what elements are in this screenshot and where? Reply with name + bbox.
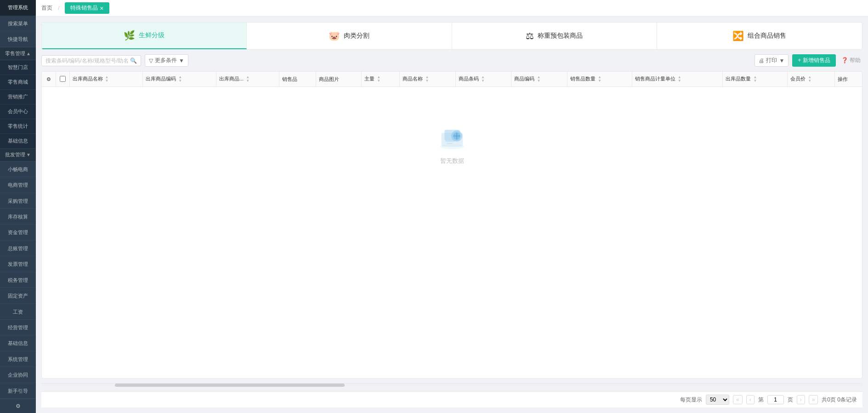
cat-tab-weigh-pack-label: 称重预包装商品 — [538, 32, 583, 40]
sidebar-item-ecommerce-mgmt[interactable]: 电商管理 — [0, 177, 36, 193]
breadcrumb-home[interactable]: 首页 — [41, 4, 52, 12]
tab-close-icon[interactable]: × — [100, 5, 103, 11]
sort-product-code[interactable]: ▲▼ — [537, 75, 541, 83]
sidebar-item-new-guide[interactable]: 新手引导 — [0, 383, 36, 399]
prev-page-button[interactable]: ‹ — [746, 395, 755, 404]
sidebar-item-member-center[interactable]: 会员中心 — [0, 104, 36, 119]
sidebar-item-basic-info[interactable]: 基础信息 — [0, 335, 36, 351]
filter-dropdown-icon: ▼ — [179, 57, 184, 64]
col-out-product-code[interactable]: 出库商品编码 ▲▼ — [143, 72, 216, 87]
svg-rect-6 — [447, 143, 453, 144]
sidebar-item-retail-mgmt[interactable]: 零售管理 ▲ — [0, 47, 36, 60]
scrollbar-thumb[interactable] — [115, 384, 345, 387]
next-page-button[interactable]: › — [797, 395, 805, 404]
col-out-qty[interactable]: 出库品数量 ▲▼ — [723, 72, 788, 87]
sort-sale-qty[interactable]: ▲▼ — [598, 75, 601, 83]
sort-sale-unit[interactable]: ▲▼ — [678, 75, 681, 83]
filter-label: 更多条件 — [155, 57, 177, 64]
content-area: 🌿 生鲜分级 🐷 肉类分割 ⚖ 称重预包装商品 🔀 组合商品销售 🔍 — [36, 17, 868, 413]
horizontal-scrollbar[interactable] — [41, 383, 862, 387]
cat-tab-combo-sale[interactable]: 🔀 组合商品销售 — [657, 23, 862, 49]
last-page-button[interactable]: » — [809, 395, 818, 404]
filter-button[interactable]: ▽ 更多条件 ▼ — [145, 54, 188, 67]
sort-out-product-spec[interactable]: ▲▼ — [246, 75, 250, 83]
search-input[interactable] — [45, 57, 128, 64]
topbar: 首页 / 特殊销售品 × — [36, 0, 868, 17]
col-sale-qty[interactable]: 销售品数量 ▲▼ — [567, 72, 632, 87]
sidebar: 管理系统 搜索菜单 快捷导航 零售管理 ▲ 智慧门店 零售商城 营销推广 会员中… — [0, 0, 36, 413]
sidebar-item-capital-mgmt[interactable]: 资金管理 — [0, 224, 36, 240]
sidebar-item-tax-mgmt[interactable]: 税务管理 — [0, 272, 36, 288]
first-page-button[interactable]: « — [733, 395, 743, 404]
col-checkbox[interactable] — [56, 72, 69, 87]
total-info: 共0页 0条记录 — [822, 396, 857, 404]
cat-tab-fresh-grade[interactable]: 🌿 生鲜分级 — [42, 23, 247, 49]
sidebar-item-smart-store[interactable]: 智慧门店 — [0, 60, 36, 75]
help-button[interactable]: ❓ 帮助 — [840, 55, 862, 66]
page-label-suffix: 页 — [788, 396, 793, 404]
cat-tab-fresh-grade-label: 生鲜分级 — [139, 31, 165, 40]
add-sale-product-button[interactable]: + 新增销售品 — [792, 54, 835, 67]
sidebar-item-batch-mgmt[interactable]: 批发管理 ▼ — [0, 149, 36, 161]
sidebar-item-ops-mgmt[interactable]: 经营管理 — [0, 320, 36, 335]
cat-tab-meat-cut-label: 肉类分割 — [344, 32, 369, 40]
cat-tab-weigh-pack[interactable]: ⚖ 称重预包装商品 — [452, 23, 657, 49]
sidebar-item-quick-nav[interactable]: 快捷导航 — [0, 31, 36, 47]
search-icon[interactable]: 🔍 — [130, 57, 137, 64]
sidebar-item-system-mgmt[interactable]: 系统管理 — [0, 351, 36, 367]
sidebar-item-invoice-mgmt[interactable]: 发票管理 — [0, 256, 36, 272]
sort-out-product-name[interactable]: ▲▼ — [105, 75, 109, 83]
sidebar-item-basic-info-retail[interactable]: 基础信息 — [0, 134, 36, 149]
sidebar-item-search-menu[interactable]: 搜索菜单 — [0, 16, 36, 31]
col-product-barcode[interactable]: 商品条码 ▲▼ — [455, 72, 511, 87]
col-sale-unit[interactable]: 销售商品计量单位 ▲▼ — [632, 72, 723, 87]
weigh-pack-icon: ⚖ — [526, 30, 534, 41]
col-settings[interactable]: ⚙ — [42, 72, 56, 87]
print-label: 打印 — [766, 57, 777, 64]
sort-member-price[interactable]: ▲▼ — [808, 75, 811, 83]
toolbar: 🔍 ▽ 更多条件 ▼ 🖨 打印 ▼ + 新增销售品 ❓ — [41, 54, 862, 67]
col-action: 操作 — [834, 72, 862, 87]
search-box: 🔍 — [41, 55, 141, 66]
col-out-product-spec[interactable]: 出库商品... ▲▼ — [216, 72, 279, 87]
sort-product-name[interactable]: ▲▼ — [425, 75, 429, 83]
sidebar-item-inventory[interactable]: 库存核算 — [0, 209, 36, 224]
sidebar-item-general-ledger[interactable]: 总账管理 — [0, 241, 36, 256]
select-all-checkbox[interactable] — [60, 76, 66, 82]
sort-out-qty[interactable]: ▲▼ — [754, 75, 757, 83]
fresh-grade-icon: 🌿 — [124, 30, 135, 41]
col-main-weight[interactable]: 主量 ▲▼ — [362, 72, 400, 87]
combo-sale-icon: 🔀 — [732, 30, 744, 41]
sort-out-product-code[interactable]: ▲▼ — [178, 75, 182, 83]
col-member-price[interactable]: 会员价 ▲▼ — [788, 72, 834, 87]
sidebar-item-mini-ecommerce[interactable]: 小畅电商 — [0, 161, 36, 177]
col-out-product-name[interactable]: 出库商品名称 ▲▼ — [69, 72, 143, 87]
empty-text: 暂无数据 — [440, 157, 464, 165]
sidebar-item-settings[interactable]: ⚙ — [0, 399, 36, 413]
sort-main-weight[interactable]: ▲▼ — [377, 75, 380, 83]
sidebar-item-purchase-mgmt[interactable]: 采购管理 — [0, 193, 36, 209]
empty-state: 暂无数据 — [42, 87, 862, 202]
sidebar-item-company-agreement[interactable]: 企业协同 — [0, 367, 36, 383]
sidebar-item-retail-stats[interactable]: 零售统计 — [0, 119, 36, 134]
cat-tab-meat-cut[interactable]: 🐷 肉类分割 — [247, 23, 452, 49]
print-dropdown-icon: ▼ — [779, 57, 784, 64]
active-tab-label: 特殊销售品 — [70, 4, 98, 12]
current-page-input[interactable] — [767, 395, 784, 404]
sidebar-item-salary[interactable]: 工资 — [0, 304, 36, 320]
active-tab[interactable]: 特殊销售品 × — [65, 2, 109, 14]
sidebar-item-marketing[interactable]: 营销推广 — [0, 90, 36, 104]
batch-mgmt-expand-icon: ▼ — [26, 152, 31, 157]
empty-illustration — [434, 124, 471, 151]
page-size-select[interactable]: 10 20 50 100 — [706, 395, 729, 405]
sort-product-barcode[interactable]: ▲▼ — [481, 75, 485, 83]
page-label-prefix: 第 — [758, 396, 764, 404]
col-sale-product: 销售品 — [279, 72, 316, 87]
col-product-code[interactable]: 商品编码 ▲▼ — [511, 72, 567, 87]
col-product-name[interactable]: 商品名称 ▲▼ — [400, 72, 456, 87]
sidebar-item-retail-mall[interactable]: 零售商城 — [0, 75, 36, 90]
pagination-bar: 每页显示 10 20 50 100 « ‹ 第 页 › » 共0页 0条记录 — [41, 391, 862, 407]
sidebar-item-fixed-assets[interactable]: 固定资产 — [0, 288, 36, 304]
print-button[interactable]: 🖨 打印 ▼ — [755, 54, 789, 67]
col-product-image: 商品图片 — [316, 72, 362, 87]
